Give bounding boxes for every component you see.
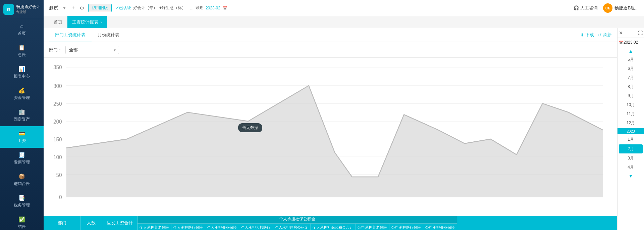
old-version-button[interactable]: 切到旧版: [88, 4, 112, 12]
year-divider-2023: 2023: [618, 128, 644, 134]
month-scroll-down[interactable]: ▼: [618, 172, 644, 180]
panel-close-button[interactable]: ✕: [619, 30, 623, 36]
reports-icon: 📊: [18, 66, 25, 72]
home-icon: ⌂: [20, 23, 23, 29]
month-11[interactable]: 11月: [618, 109, 644, 119]
month-2023-4[interactable]: 4月: [618, 163, 644, 172]
col-housing: 个人承担住房公积金: [273, 224, 311, 230]
username: 畅捷通B组...: [614, 5, 639, 11]
month-2023-1[interactable]: 1月: [618, 135, 644, 144]
reports-label: 报表中心: [14, 74, 30, 79]
col-count: 人数: [80, 216, 102, 230]
col-company-medical: 公司承担医疗保险: [389, 224, 423, 230]
chart-area: 350 300 250 200 150 100 50 0: [44, 58, 617, 216]
sidebar-item-tax[interactable]: 📑 税务管理: [0, 191, 44, 212]
svg-text:350: 350: [53, 64, 62, 70]
panel-expand-button[interactable]: ⛶: [638, 30, 643, 36]
year-text: 2023.02: [624, 40, 638, 45]
col-personal-total: 个人承担社保公积金合计: [311, 224, 356, 230]
salary-label: 工资: [18, 138, 26, 144]
invoice-label: 发票管理: [14, 159, 30, 165]
tab-close-icon[interactable]: ×: [100, 20, 102, 24]
subtab-dept[interactable]: 部门工资统计表: [49, 28, 92, 42]
month-6[interactable]: 6月: [618, 64, 644, 73]
svg-text:0: 0: [59, 194, 62, 200]
consult-button[interactable]: 🎧 人工咨询: [574, 5, 598, 11]
sidebar-item-reports[interactable]: 📊 报表中心: [0, 62, 44, 83]
home-label: 首页: [18, 31, 26, 36]
month-2023-3[interactable]: 3月: [618, 154, 644, 163]
avatar-initials: CE: [605, 6, 610, 10]
more-badge: +...: [188, 6, 194, 10]
tab-salary-report[interactable]: 工资统计报表 ×: [67, 16, 107, 28]
month-scroll-up[interactable]: ▲: [618, 47, 644, 55]
period-label: 账期: [196, 5, 204, 11]
sidebar-nav: ⌂ 首页 📋 总账 📊 报表中心 💰 资金管理 🏢 固定资产 💳 工资 🧾 发票…: [0, 19, 44, 230]
sidebar-item-assets[interactable]: 🏢 固定资产: [0, 105, 44, 126]
content-area: 部门工资统计表 月份统计表 ⬇ 下载 ↺ 刷新: [44, 28, 644, 230]
col-salary: 应发工资合计: [102, 216, 138, 230]
sales-label: 进销台账: [14, 181, 30, 187]
status-badges: ✓已认证 好会计（专） +好生意（标） +... 账期 2023-02 📅: [116, 5, 227, 11]
col-company-pension: 公司承担养老保险: [356, 224, 389, 230]
sidebar-item-invoice[interactable]: 🧾 发票管理: [0, 148, 44, 169]
month-5[interactable]: 5月: [618, 55, 644, 64]
month-list: ▲ 5月 6月 7月 8月 9月 10月 11月 12月 2023 1月 2月 …: [618, 47, 644, 180]
verified-badge: ✓已认证: [116, 5, 131, 11]
sidebar-item-sales[interactable]: 📦 进销台账: [0, 169, 44, 191]
dept-filter-label: 部门：: [49, 47, 62, 53]
sidebar-item-settle[interactable]: ✅ 结账: [0, 212, 44, 230]
settle-icon: ✅: [18, 216, 25, 223]
col-group-sub-row: 个人承担养老保险 个人承担医疗保险 个人承担失业保险 个人承担大额医疗 个人承担…: [138, 224, 457, 230]
tabbar: 首页 工资统计报表 ×: [44, 16, 644, 28]
consult-label: 人工咨询: [580, 5, 598, 11]
project-name: 测试: [49, 5, 58, 11]
assets-label: 固定资产: [14, 117, 30, 122]
svg-text:100: 100: [53, 154, 62, 160]
refresh-icon: ↺: [598, 33, 602, 38]
sales-icon: 📦: [18, 173, 25, 180]
month-7[interactable]: 7月: [618, 73, 644, 82]
sidebar-item-funds[interactable]: 💰 资金管理: [0, 83, 44, 105]
col-dept: 部门: [44, 216, 80, 230]
calendar-icon[interactable]: 📅: [222, 6, 227, 10]
sidebar-item-home[interactable]: ⌂ 首页: [0, 19, 44, 40]
app-name: 畅捷通好会计: [16, 4, 40, 10]
user-menu[interactable]: CE 畅捷通B组...: [603, 3, 639, 13]
settings-icon[interactable]: ⚙: [80, 5, 84, 11]
funds-icon: 💰: [18, 87, 25, 94]
refresh-label: 刷新: [603, 32, 612, 38]
project-dropdown[interactable]: ▼: [62, 6, 66, 10]
tax-icon: 📑: [18, 195, 25, 201]
month-2023-2[interactable]: 2月: [619, 144, 643, 153]
avatar: CE: [603, 3, 612, 13]
download-button[interactable]: ⬇ 下载: [580, 32, 594, 38]
period-value: 2023-02: [206, 6, 220, 10]
invoice-icon: 🧾: [18, 152, 25, 158]
svg-text:200: 200: [53, 119, 62, 125]
filter-bar: 部门： 全部 财务部 销售部 技术部 行政部: [44, 42, 617, 58]
refresh-button[interactable]: ↺ 刷新: [598, 32, 612, 38]
tab-home[interactable]: 首页: [49, 16, 67, 28]
month-8[interactable]: 8月: [618, 82, 644, 91]
salary-chart: 350 300 250 200 150 100 50 0: [49, 61, 612, 213]
col-unemployment: 个人承担失业保险: [205, 224, 239, 230]
settle-label: 结账: [18, 224, 26, 230]
col-serious-ill: 个人承担大额医疗: [239, 224, 273, 230]
sidebar-item-ledger[interactable]: 📋 总账: [0, 40, 44, 62]
topbar: 测试 ▼ ＋ ⚙ 切到旧版 ✓已认证 好会计（专） +好生意（标） +... 账…: [44, 0, 644, 16]
topbar-right: 🎧 人工咨询 CE 畅捷通B组...: [574, 3, 639, 13]
tax-label: 税务管理: [14, 202, 30, 208]
sidebar-item-salary[interactable]: 💳 工资: [0, 126, 44, 148]
add-button[interactable]: ＋: [70, 4, 76, 11]
main-content: 测试 ▼ ＋ ⚙ 切到旧版 ✓已认证 好会计（专） +好生意（标） +... 账…: [44, 0, 644, 230]
salary-icon: 💳: [18, 130, 25, 137]
subtabs-actions: ⬇ 下载 ↺ 刷新: [580, 32, 612, 38]
chart-fill: [66, 86, 603, 197]
subtab-monthly[interactable]: 月份统计表: [92, 28, 125, 42]
home-tab-label: 首页: [54, 19, 62, 25]
month-10[interactable]: 10月: [618, 100, 644, 109]
dept-select[interactable]: 全部 财务部 销售部 技术部 行政部: [65, 46, 119, 54]
month-9[interactable]: 9月: [618, 91, 644, 100]
month-12[interactable]: 12月: [618, 119, 644, 128]
